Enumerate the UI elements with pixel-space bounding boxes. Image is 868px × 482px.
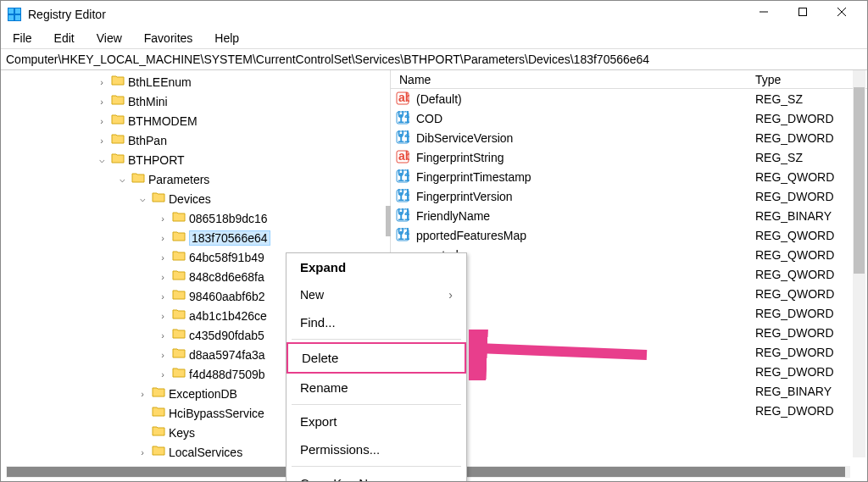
tree-item-BthPan[interactable]: ›BthPan: [1, 130, 390, 150]
value-type: REG_QWORD: [755, 248, 867, 262]
tree-label: f4d488d7509b: [189, 368, 265, 381]
value-row[interactable]: ab(Default)REG_SZ: [391, 89, 867, 108]
tree-label: 183f70566e64: [189, 230, 270, 246]
tree-label: BTHMODEM: [128, 114, 198, 128]
expander-icon[interactable]: ›: [157, 213, 169, 224]
window-controls: [750, 1, 867, 28]
app-icon: [8, 8, 21, 21]
tree-label: LocalServices: [169, 446, 242, 458]
value-row[interactable]: 011110CODREG_DWORD: [391, 108, 867, 128]
menu-file[interactable]: File: [13, 31, 32, 45]
expander-icon[interactable]: ›: [157, 310, 169, 322]
svg-rect-2: [15, 8, 20, 14]
folder-icon: [111, 94, 125, 108]
pane-divider[interactable]: [386, 206, 391, 236]
close-button[interactable]: [828, 1, 867, 28]
expander-icon[interactable]: [136, 407, 148, 419]
tree-label: BthMini: [128, 95, 168, 108]
tree-item-Parameters[interactable]: ⌵Parameters: [1, 169, 390, 189]
svg-text:110: 110: [398, 131, 409, 144]
tree-item-BthMini[interactable]: ›BthMini: [1, 91, 390, 111]
expander-icon[interactable]: ›: [136, 388, 148, 400]
value-row[interactable]: 011110pportedFeaturesMapREG_QWORD: [391, 225, 867, 245]
folder-icon: [172, 211, 186, 225]
expander-icon[interactable]: ›: [157, 349, 169, 361]
expander-icon[interactable]: ›: [96, 115, 108, 127]
expander-icon[interactable]: ›: [157, 232, 169, 244]
svg-text:110: 110: [398, 112, 409, 125]
expander-icon[interactable]: ›: [157, 368, 169, 380]
value-type: REG_QWORD: [755, 170, 867, 184]
value-type: REG_DWORD: [755, 365, 867, 379]
tree-item-183f70566e64[interactable]: ›183f70566e64: [1, 228, 390, 247]
maximize-button[interactable]: [789, 1, 828, 28]
tree-label: HciBypassService: [169, 407, 264, 420]
cm-delete[interactable]: Delete: [287, 342, 466, 374]
submenu-arrow-icon: ›: [448, 288, 453, 302]
cm-permissions[interactable]: Permissions...: [287, 435, 466, 463]
svg-text:110: 110: [398, 209, 409, 222]
expander-icon[interactable]: ›: [136, 446, 148, 458]
svg-text:110: 110: [398, 170, 409, 183]
cm-expand[interactable]: Expand: [287, 253, 466, 281]
tree-label: BthLEEnum: [128, 75, 192, 89]
svg-text:ab: ab: [398, 150, 409, 163]
scrollbar-thumb[interactable]: [854, 87, 865, 274]
value-row[interactable]: 011110FriendlyNameREG_BINARY: [391, 206, 867, 225]
address-bar[interactable]: Computer\HKEY_LOCAL_MACHINE\SYSTEM\Curre…: [1, 49, 867, 70]
tree-label: 98460aabf6b2: [189, 290, 265, 303]
folder-icon: [172, 308, 186, 323]
folder-icon: [131, 172, 145, 186]
cm-copy-key-name[interactable]: Copy Key Name: [287, 469, 466, 482]
value-row[interactable]: 011110DibServiceVersionREG_DWORD: [391, 128, 867, 147]
value-type: REG_DWORD: [755, 307, 867, 320]
menu-edit[interactable]: Edit: [54, 31, 75, 45]
menu-favorites[interactable]: Favorites: [144, 31, 193, 45]
expander-icon[interactable]: ›: [157, 291, 169, 302]
svg-rect-1: [8, 8, 14, 14]
cm-export[interactable]: Export: [287, 407, 466, 435]
tree-label: 086518b9dc16: [189, 212, 268, 225]
tree-item-Devices[interactable]: ⌵Devices: [1, 189, 390, 208]
value-row[interactable]: abFingerprintStringREG_SZ: [391, 147, 867, 167]
cm-separator: [292, 466, 461, 467]
folder-icon: [172, 289, 186, 303]
tree-label: Devices: [169, 192, 211, 206]
expander-icon[interactable]: ›: [157, 252, 169, 263]
column-type[interactable]: Type: [747, 71, 867, 88]
value-name: FriendlyName: [416, 209, 755, 223]
value-name: nnected: [416, 248, 755, 262]
svg-line-32: [477, 348, 647, 355]
folder-icon: [111, 133, 125, 147]
value-row[interactable]: 011110FingerprintTimestampREG_QWORD: [391, 167, 867, 186]
minimize-button[interactable]: [750, 1, 789, 28]
folder-icon: [172, 347, 186, 362]
cm-new[interactable]: New›: [287, 281, 466, 308]
context-menu: Expand New› Find... Delete Rename Export…: [286, 252, 467, 482]
menu-help[interactable]: Help: [214, 31, 239, 45]
value-type-icon: 011110: [396, 111, 411, 126]
folder-icon: [172, 269, 186, 284]
svg-rect-6: [799, 8, 807, 16]
tree-item-BTHPORT[interactable]: ⌵BTHPORT: [1, 150, 390, 169]
value-row[interactable]: 011110FingerprintVersionREG_DWORD: [391, 186, 867, 206]
value-name: (Default): [416, 92, 755, 106]
value-type-icon: 011110: [396, 189, 411, 204]
expander-icon[interactable]: [136, 427, 148, 439]
tree-item-086518b9dc16[interactable]: ›086518b9dc16: [1, 208, 390, 228]
values-scrollbar[interactable]: [853, 70, 865, 457]
tree-item-BTHMODEM[interactable]: ›BTHMODEM: [1, 111, 390, 130]
cm-rename[interactable]: Rename: [287, 374, 466, 402]
cm-find[interactable]: Find...: [287, 308, 466, 336]
expander-icon[interactable]: ›: [96, 135, 108, 147]
expander-icon[interactable]: ⌵: [136, 193, 148, 205]
expander-icon[interactable]: ›: [157, 271, 169, 283]
expander-icon[interactable]: ›: [96, 76, 108, 88]
tree-item-BthLEEnum[interactable]: ›BthLEEnum: [1, 72, 390, 91]
expander-icon[interactable]: ⌵: [96, 154, 108, 166]
expander-icon[interactable]: ›: [157, 330, 169, 341]
menu-view[interactable]: View: [97, 31, 122, 45]
column-name[interactable]: Name: [391, 71, 747, 88]
expander-icon[interactable]: ›: [96, 96, 108, 108]
expander-icon[interactable]: ⌵: [116, 174, 128, 186]
